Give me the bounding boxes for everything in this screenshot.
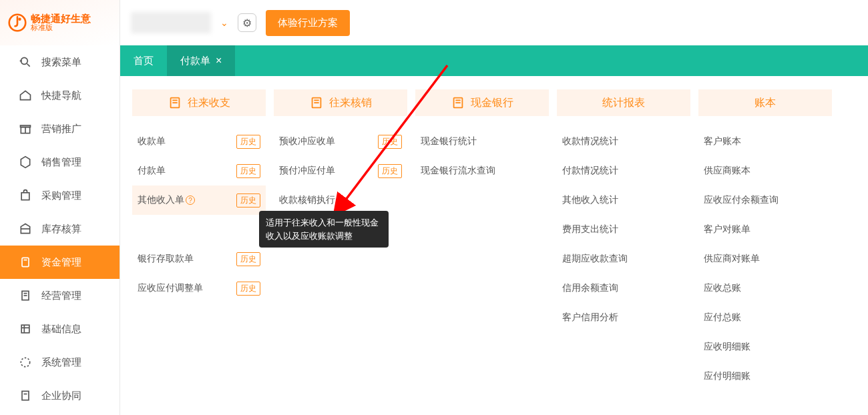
help-icon[interactable]: ? [186,195,195,205]
menu-item-label: 预收冲应收单 [279,135,335,147]
column-items: 收款单历史付款单历史其他收入单?历史历史银行存取款单历史应收应付调整单历史 [132,127,266,303]
cta-button[interactable]: 体验行业方案 [266,10,350,36]
sidebar-item-home[interactable]: 快捷导航 [0,79,120,112]
org-dropdown-caret-icon[interactable]: ⌄ [220,17,228,28]
menu-item-label: 付款单 [138,165,166,177]
history-tag[interactable]: 历史 [236,193,260,208]
menu-column: 往来收支收款单历史付款单历史其他收入单?历史历史银行存取款单历史应收应付调整单历… [132,89,266,402]
menu-item[interactable]: 信用余额查询 [557,274,690,303]
sidebar-item-corp[interactable]: 企业协同 [0,379,120,412]
search-icon [19,55,32,69]
menu-item[interactable]: 供应商对账单 [698,244,832,274]
sidebar-item-label: 系统管理 [41,356,81,369]
gift-icon [19,122,32,135]
menu-item[interactable]: 现金银行流水查询 [415,156,549,185]
column-header: 现金银行 [415,89,549,116]
menu-item[interactable]: 现金银行统计 [415,127,549,156]
column-header: 账本 [698,89,832,116]
menu-item[interactable]: 付款情况统计 [557,156,690,185]
history-tag[interactable]: 历史 [236,282,260,296]
menu-item[interactable]: 应收应付余额查询 [698,185,832,215]
menu-item[interactable]: 应收总账 [698,274,832,303]
menu-column: 现金银行现金银行统计现金银行流水查询 [415,89,549,402]
menu-item[interactable]: 其他收入单?历史 [132,185,266,215]
menu-item[interactable]: 应收应付调整单历史 [132,274,266,303]
sidebar-item-label: 销售管理 [41,156,81,169]
menu-item[interactable]: 费用支出统计 [557,215,690,244]
menu-item[interactable]: 客户对账单 [698,215,832,244]
svg-point-18 [21,358,29,366]
column-header-icon [451,95,465,110]
column-header-icon [309,95,324,110]
system-icon [19,356,32,369]
column-title: 往来核销 [329,96,372,110]
sidebar-item-label: 经营管理 [41,290,81,302]
menu-item[interactable]: 付款单历史 [132,156,266,185]
menu-item[interactable]: 应收明细账 [698,332,832,362]
menu-item[interactable]: 超期应收款查询 [557,244,690,274]
sidebar-item-label: 搜索菜单 [41,56,81,69]
sidebar-item-funds[interactable]: 资金管理 [0,246,120,279]
sidebar-item-base[interactable]: 基础信息 [0,312,120,346]
column-header-icon [168,95,182,110]
menu-item-label: 其他收入单? [138,194,195,206]
menu-item-label: 应收应付余额查询 [704,194,779,206]
column-title: 账本 [754,96,776,110]
menu-item[interactable]: 收款情况统计 [557,127,690,156]
sidebar-item-sales[interactable]: 销售管理 [0,145,120,179]
sidebar-item-stock[interactable]: 库存核算 [0,212,120,246]
menu-item[interactable]: 供应商账本 [698,156,832,185]
svg-rect-10 [22,258,29,266]
sidebar-item-system[interactable]: 系统管理 [0,346,120,379]
history-tag[interactable]: 历史 [378,135,402,149]
menu-item-label: 信用余额查询 [562,282,618,294]
menu-item-label: 现金银行流水查询 [421,165,495,177]
column-header: 统计报表 [557,89,690,116]
menu-column: 统计报表收款情况统计付款情况统计其他收入统计费用支出统计超期应收款查询信用余额查… [557,89,690,402]
column-title: 现金银行 [471,96,513,110]
menu-item[interactable]: 收款单历史 [132,127,266,156]
purchase-icon [19,189,32,202]
menu-item[interactable]: 应付明细账 [698,362,832,391]
tab-label: 付款单 [180,55,210,67]
brand-logo-icon [8,13,27,32]
menu-item-label: 客户信用分析 [562,312,618,324]
menu-item-label: 客户对账单 [704,224,750,236]
menu-item[interactable]: 预付冲应付单历史 [274,156,407,185]
history-tag[interactable]: 历史 [236,135,260,149]
sidebar-item-label: 快捷导航 [41,89,81,102]
menu-item-label: 应收总账 [704,282,741,294]
svg-line-3 [27,64,30,67]
svg-rect-19 [22,391,29,400]
history-tag[interactable]: 历史 [236,252,260,266]
logo-area: 畅捷通好生意 标准版 [0,0,120,45]
org-blurred [131,12,211,33]
menu-item-label: 应付总账 [704,312,741,324]
sidebar-item-biz[interactable]: 经营管理 [0,279,120,312]
menu-item[interactable]: 其他收入统计 [557,185,690,215]
biz-icon [19,289,32,302]
sidebar-item-search[interactable]: 搜索菜单 [0,45,120,79]
history-tag[interactable]: 历史 [236,164,260,178]
menu-item[interactable]: 银行存取款单历史 [132,244,266,274]
column-header: 往来收支 [132,89,266,116]
tab[interactable]: 付款单× [167,45,235,76]
topbar: ⌄ ⚙ 体验行业方案 [120,0,868,45]
sidebar: 畅捷通好生意 标准版 搜索菜单快捷导航营销推广销售管理采购管理库存核算资金管理经… [0,0,120,415]
menu-item[interactable]: 客户信用分析 [557,303,690,332]
history-tag[interactable]: 历史 [378,164,402,178]
sidebar-item-label: 营销推广 [41,123,81,135]
tab-close-icon[interactable]: × [216,55,222,67]
settings-gear-icon[interactable]: ⚙ [238,13,256,32]
sidebar-item-gift[interactable]: 营销推广 [0,112,120,145]
tabbar: 首页付款单× [120,45,868,76]
funds-icon [19,256,32,269]
column-header: 往来核销 [274,89,407,116]
home-icon [19,89,32,102]
tab[interactable]: 首页 [120,45,167,76]
sidebar-item-purchase[interactable]: 采购管理 [0,179,120,212]
menu-item[interactable]: 客户账本 [698,127,832,156]
menu-item[interactable]: 应付总账 [698,303,832,332]
menu-item-label: 应收明细账 [704,341,750,353]
menu-item[interactable]: 预收冲应收单历史 [274,127,407,156]
